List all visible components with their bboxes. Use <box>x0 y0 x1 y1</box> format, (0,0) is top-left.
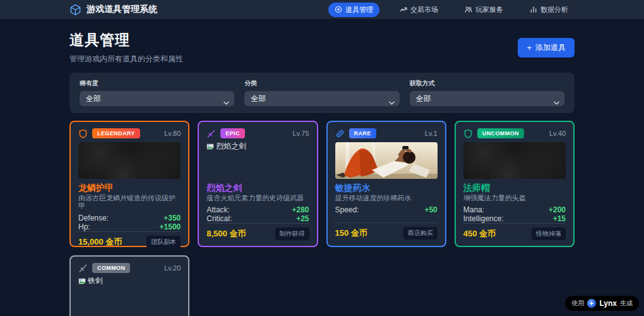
acquisition-badge: 团队副本 <box>146 236 181 248</box>
item-level: Lv.1 <box>425 130 438 137</box>
item-card-mage-hat[interactable]: UNCOMMON Lv.40 法师帽 增强魔法力量的头盔 Mana: +200 … <box>455 121 575 247</box>
rarity-badge: LEGENDARY <box>92 128 140 138</box>
nav-items: 道具管理 交易市场 玩家服务 <box>328 3 575 17</box>
item-name: 烈焰之剑 <box>206 183 309 193</box>
page-title: 道具管理 <box>69 30 183 50</box>
stat-row: Defense: +350 <box>78 214 181 222</box>
lynx-logo-icon <box>587 299 596 308</box>
stat-row: Critical: +25 <box>206 214 309 223</box>
acquisition-filter-select[interactable]: 全部 <box>410 91 564 106</box>
trending-up-icon <box>400 6 407 13</box>
stat-row: Mana: +200 <box>463 205 566 214</box>
item-management-icon <box>335 6 342 13</box>
sword-icon <box>78 264 88 273</box>
sword-icon <box>206 129 216 138</box>
item-level: Lv.80 <box>164 130 181 137</box>
filter-rarity: 稀有度 全部 <box>80 79 234 106</box>
broken-image-icon <box>206 143 214 150</box>
main-content: 道具管理 管理游戏内所有道具的分类和属性 + 添加道具 稀有度 全部 分类 <box>0 19 644 316</box>
item-description: 增强魔法力量的头盔 <box>463 194 566 202</box>
image-alt-text: 铁剑 <box>88 277 103 285</box>
brand: 游戏道具管理系统 <box>69 4 157 16</box>
cube-logo-icon <box>69 4 81 16</box>
item-name: 敏捷药水 <box>335 183 438 193</box>
item-card-agility-potion[interactable]: RARE Lv.1 <box>326 121 446 247</box>
shield-icon <box>463 129 473 138</box>
add-item-button[interactable]: + 添加道具 <box>518 38 575 58</box>
item-name: 法师帽 <box>463 183 566 193</box>
item-price: 8,500 金币 <box>206 228 246 240</box>
item-price: 450 金币 <box>463 228 496 240</box>
item-description: 由远古巨龙鳞片锻造的传说级护甲 <box>78 194 181 210</box>
item-level: Lv.40 <box>549 130 566 137</box>
broken-image-icon <box>78 277 86 285</box>
lynx-attribution-badge[interactable]: 使用 Lynx 生成 <box>565 296 639 311</box>
bar-chart-icon <box>530 6 537 13</box>
page-header: 道具管理 管理游戏内所有道具的分类和属性 + 添加道具 <box>69 30 575 64</box>
nav-item-market[interactable]: 交易市场 <box>393 3 444 17</box>
stat-row: Attack: +280 <box>206 205 309 214</box>
item-photo <box>335 142 438 179</box>
category-filter-select[interactable]: 全部 <box>244 91 399 106</box>
rarity-badge: COMMON <box>92 263 130 273</box>
item-price: 15,000 金币 <box>78 236 122 248</box>
app-title: 游戏道具管理系统 <box>86 4 157 15</box>
shield-icon <box>78 129 88 138</box>
item-image <box>78 142 181 179</box>
item-image-broken: 烈焰之剑 <box>206 142 309 179</box>
acquisition-badge: 制作获得 <box>275 228 309 240</box>
nav-item-analytics[interactable]: 数据分析 <box>523 3 575 17</box>
item-card-iron-sword[interactable]: COMMON Lv.20 铁剑 铁剑 普通的铁制武器 <box>69 255 189 316</box>
stat-row: Hp: +1500 <box>78 222 181 231</box>
rarity-badge: UNCOMMON <box>477 128 524 138</box>
users-icon <box>465 6 472 13</box>
item-description: 蕴含火焰元素力量的史诗级武器 <box>206 194 309 202</box>
category-filter-label: 分类 <box>244 79 399 88</box>
item-card-dragon-armor[interactable]: LEGENDARY Lv.80 龙鳞护甲 由远古巨龙鳞片锻造的传说级护甲 Def… <box>69 121 189 247</box>
filter-panel: 稀有度 全部 分类 全部 获取方式 <box>69 73 575 113</box>
item-card-grid: LEGENDARY Lv.80 龙鳞护甲 由远古巨龙鳞片锻造的传说级护甲 Def… <box>69 121 575 316</box>
nav-item-player-services[interactable]: 玩家服务 <box>458 3 510 17</box>
filter-acquisition: 获取方式 全部 <box>410 79 564 106</box>
item-description: 提升移动速度的珍稀药水 <box>335 194 438 202</box>
stat-row: Intelligence: +15 <box>463 214 566 223</box>
stat-row: Speed: +50 <box>335 205 438 214</box>
rarity-filter-label: 稀有度 <box>80 79 234 88</box>
navbar: 游戏道具管理系统 道具管理 交易市场 <box>0 0 644 19</box>
item-image <box>463 142 566 179</box>
item-level: Lv.75 <box>292 130 309 137</box>
item-card-flame-sword[interactable]: EPIC Lv.75 烈焰之剑 烈焰之剑 蕴含火焰元素力量的史诗级武器 Atta… <box>198 121 318 247</box>
rarity-badge: RARE <box>349 128 376 138</box>
nav-item-item-management[interactable]: 道具管理 <box>328 3 379 17</box>
image-alt-text: 烈焰之剑 <box>216 142 246 150</box>
acquisition-badge: 怪物掉落 <box>532 228 566 240</box>
acquisition-filter-label: 获取方式 <box>410 79 564 88</box>
rarity-filter-select[interactable]: 全部 <box>80 91 234 106</box>
item-image-broken: 铁剑 <box>78 277 181 313</box>
plus-icon: + <box>527 44 532 52</box>
filter-category: 分类 全部 <box>244 79 399 106</box>
page-subtitle: 管理游戏内所有道具的分类和属性 <box>69 54 183 64</box>
item-price: 150 金币 <box>335 228 367 239</box>
rarity-badge: EPIC <box>220 128 245 138</box>
item-level: Lv.20 <box>164 264 181 272</box>
acquisition-badge: 商店购买 <box>403 227 438 240</box>
capsule-icon <box>335 129 345 138</box>
item-name: 龙鳞护甲 <box>78 183 181 193</box>
